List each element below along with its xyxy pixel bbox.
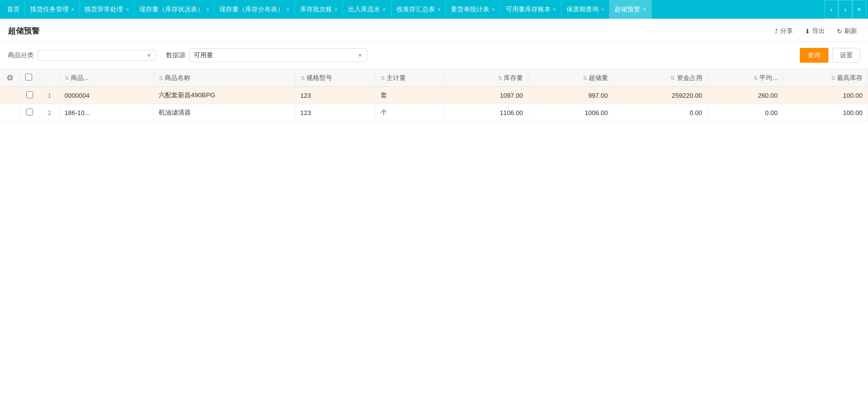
datasource-value: 可用量 — [194, 51, 213, 60]
filter-datasource-group: 数据源 可用量 ▼ — [166, 48, 367, 62]
cell-capital-0: 259220.00 — [613, 87, 707, 104]
refresh-button[interactable]: ↻ 刷新 — [834, 25, 860, 38]
nav-home[interactable]: 首页 — [2, 0, 25, 19]
col-header-avg[interactable]: 平均... — [707, 69, 783, 87]
cell-avg-0: 260.00 — [707, 87, 783, 104]
cell-num-0: 1 — [40, 87, 59, 104]
nav-expiry-query[interactable]: 保质期查询 × — [562, 0, 609, 19]
page-header: 超储预警 ⤴ 分享 ⬇ 导出 ↻ 刷新 — [0, 19, 868, 42]
col-header-code[interactable]: 商品... — [59, 69, 154, 87]
cell-row-settings-0 — [0, 87, 20, 104]
column-settings-icon[interactable]: ⚙ — [6, 74, 13, 82]
cell-maxstock-0: 100.00 — [783, 87, 868, 104]
table-header-row: ⚙ 商品... 商品名称 规格型号 — [0, 69, 868, 87]
close-pick-task[interactable]: × — [71, 6, 74, 12]
col-header-spec[interactable]: 规格型号 — [295, 69, 375, 87]
cell-name-0: 六配套新昌490BPG — [154, 87, 295, 104]
close-pick-abnormal[interactable]: × — [126, 6, 129, 12]
nav-pick-abnormal[interactable]: 拣货异常处理 × — [80, 0, 134, 19]
nav-pick-task[interactable]: 拣货任务管理 × — [25, 0, 80, 19]
close-order-stats[interactable]: × — [492, 6, 495, 12]
cell-unit-1: 个 — [375, 104, 443, 121]
datasource-label: 数据源 — [166, 51, 185, 60]
nav-arrow-right[interactable]: › — [838, 0, 852, 19]
export-icon: ⬇ — [805, 28, 810, 35]
cell-avg-1: 0.00 — [707, 104, 783, 121]
nav-overstock-warning[interactable]: 超储预警 × — [609, 0, 651, 19]
table-container: ⚙ 商品... 商品名称 规格型号 — [0, 69, 868, 121]
query-button[interactable]: 查询 — [800, 48, 828, 63]
cell-stock-1: 1106.00 — [443, 104, 528, 121]
nav-inout-flow[interactable]: 出入库流水 × — [343, 0, 391, 19]
close-inout-flow[interactable]: × — [383, 6, 386, 12]
filter-actions: 查询 设置 — [800, 48, 860, 63]
table-row: 1 0000004 六配套新昌490BPG 123 套 1097.00 997.… — [0, 87, 868, 104]
cell-over-0: 997.00 — [528, 87, 613, 104]
category-label: 商品分类 — [8, 51, 34, 60]
export-button[interactable]: ⬇ 导出 — [802, 25, 828, 38]
nav-arrow-close[interactable]: × — [852, 0, 866, 19]
nav-order-stats[interactable]: 要货单统计表 × — [446, 0, 500, 19]
col-header-checkbox — [20, 69, 40, 87]
datasource-chevron-icon: ▼ — [357, 52, 363, 58]
cell-code-1: 186-10... — [59, 104, 154, 121]
close-receive-send[interactable]: × — [437, 6, 440, 12]
nav-receive-send[interactable]: 收发存汇总表 × — [391, 0, 446, 19]
cell-maxstock-1: 100.00 — [783, 104, 868, 121]
page-title: 超储预警 — [8, 26, 40, 37]
cell-over-1: 1006.00 — [528, 104, 613, 121]
page-content: 超储预警 ⤴ 分享 ⬇ 导出 ↻ 刷新 商品分类 ▼ 数据源 — [0, 19, 868, 395]
nav-inventory-dist[interactable]: 现存量（库存分布表） × — [215, 0, 295, 19]
cell-code-0: 0000004 — [59, 87, 154, 104]
col-header-stock[interactable]: 库存量 — [443, 69, 528, 87]
close-overstock-warning[interactable]: × — [643, 6, 646, 12]
nav-batch-account[interactable]: 库存批次账 × — [295, 0, 343, 19]
select-all-checkbox[interactable] — [25, 74, 32, 80]
close-expiry-query[interactable]: × — [601, 6, 604, 12]
close-inventory-status[interactable]: × — [206, 6, 209, 12]
share-icon: ⤴ — [775, 28, 778, 35]
close-inventory-dist[interactable]: × — [286, 6, 289, 12]
filter-category-group: 商品分类 ▼ — [8, 50, 156, 61]
cell-row-checkbox-1 — [20, 104, 40, 121]
cell-unit-0: 套 — [375, 87, 443, 104]
col-header-over[interactable]: 超储量 — [528, 69, 613, 87]
table-body: 1 0000004 六配套新昌490BPG 123 套 1097.00 997.… — [0, 87, 868, 121]
col-header-unit[interactable]: 主计量 — [375, 69, 443, 87]
row-checkbox-1[interactable] — [26, 109, 33, 116]
cell-row-settings-1 — [0, 104, 20, 121]
nav-inventory-status[interactable]: 现存量（库存状况表） × — [134, 0, 215, 19]
row-checkbox-0[interactable] — [26, 91, 33, 98]
share-button[interactable]: ⤴ 分享 — [772, 25, 796, 38]
cell-spec-1: 123 — [295, 104, 375, 121]
cell-stock-0: 1097.00 — [443, 87, 528, 104]
close-batch-account[interactable]: × — [335, 6, 338, 12]
settings-button[interactable]: 设置 — [832, 48, 860, 63]
data-table: ⚙ 商品... 商品名称 规格型号 — [0, 69, 868, 121]
col-header-num — [40, 69, 59, 87]
header-actions: ⤴ 分享 ⬇ 导出 ↻ 刷新 — [772, 25, 860, 38]
nav-arrows: ‹ › × — [825, 0, 866, 19]
refresh-icon: ↻ — [837, 28, 842, 35]
filter-area: 商品分类 ▼ 数据源 可用量 ▼ 查询 设置 — [0, 42, 868, 69]
col-header-name[interactable]: 商品名称 — [154, 69, 295, 87]
table-row: 2 186-10... 机油滤清器 123 个 1106.00 1006.00 … — [0, 104, 868, 121]
col-header-capital[interactable]: 资金占用 — [613, 69, 707, 87]
cell-spec-0: 123 — [295, 87, 375, 104]
close-available-account[interactable]: × — [553, 6, 556, 12]
nav-arrow-left[interactable]: ‹ — [825, 0, 838, 19]
top-nav: 首页 拣货任务管理 × 拣货异常处理 × 现存量（库存状况表） × 现存量（库存… — [0, 0, 868, 19]
category-select[interactable]: ▼ — [38, 50, 156, 61]
col-header-maxstock[interactable]: 最高库存 — [783, 69, 868, 87]
cell-num-1: 2 — [40, 104, 59, 121]
cell-capital-1: 0.00 — [613, 104, 707, 121]
col-header-settings: ⚙ — [0, 69, 20, 87]
cell-name-1: 机油滤清器 — [154, 104, 295, 121]
category-chevron-icon: ▼ — [146, 52, 152, 58]
cell-row-checkbox-0 — [20, 87, 40, 104]
nav-available-account[interactable]: 可用量库存账本 × — [501, 0, 562, 19]
datasource-select[interactable]: 可用量 ▼ — [189, 48, 367, 62]
